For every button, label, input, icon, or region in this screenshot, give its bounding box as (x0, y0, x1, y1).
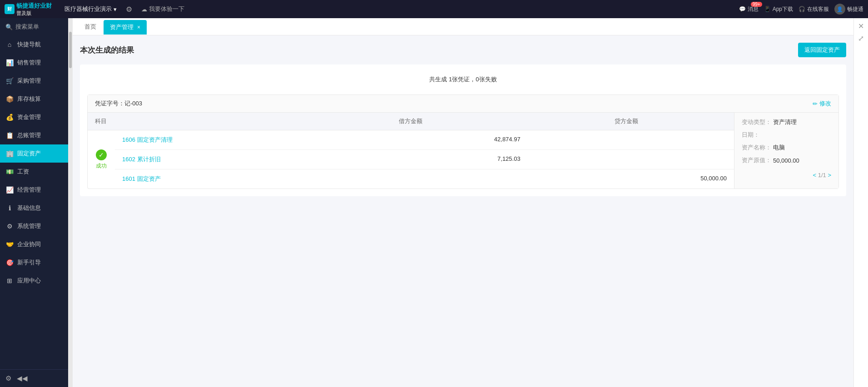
side-info-panel: 变动类型： 资产清理 日期： 资产名称： 电脑 (734, 113, 838, 189)
app-center-icon: ⊞ (5, 277, 14, 285)
app-download-btn[interactable]: 📱 App下载 (764, 5, 793, 13)
table-row: 1606 固定资产清理 42,874.97 (115, 130, 734, 150)
asset-name-value: 电脑 (773, 144, 785, 152)
operations-icon: 📈 (5, 186, 14, 194)
home-icon: ⌂ (5, 40, 14, 49)
credit-cell-2 (528, 150, 734, 169)
table-row-group: ✓ 成功 1606 固定资产清理 42,874.97 (88, 130, 734, 189)
sidebar-item-payroll[interactable]: 💵 工资 (0, 163, 68, 181)
settings-icon[interactable]: ⚙ (126, 5, 132, 14)
sidebar-item-app-center[interactable]: ⊞ 应用中心 (0, 272, 68, 290)
sidebar-item-label: 销售管理 (17, 59, 41, 67)
right-actions: ✕ ⤢ (853, 18, 868, 387)
page-header: 本次生成的结果 返回固定资产 (80, 43, 846, 57)
experience-icon: ☁ (141, 6, 147, 13)
subject-cell-3[interactable]: 1601 固定资产 (115, 169, 321, 189)
sidebar-item-label: 总账管理 (17, 131, 41, 139)
user-menu[interactable]: 👤 畅捷通 (834, 4, 863, 15)
experience-btn[interactable]: ☁ 我要体验一下 (141, 5, 184, 13)
edit-btn[interactable]: ✏ 修改 (813, 99, 831, 108)
enterprise-icon: 🤝 (5, 240, 14, 248)
prev-page-btn[interactable]: < (813, 172, 817, 179)
sidebar-item-label: 新手引导 (17, 258, 41, 267)
company-selector[interactable]: 医疗器械行业演示 ▾ (64, 5, 117, 13)
page-title: 本次生成的结果 (80, 45, 134, 55)
sidebar-item-label: 企业协同 (17, 240, 41, 248)
status-col: ✓ 成功 (88, 130, 115, 189)
asset-name-row: 资产名称： 电脑 (742, 144, 831, 152)
messages-btn[interactable]: 💬 消息 99+ (739, 5, 759, 13)
app-name: 畅捷通好业财 (16, 2, 52, 10)
sidebar-item-label: 应用中心 (17, 277, 41, 285)
main-layout: 🔍 搜索菜单 ⌂ 快捷导航 📊 销售管理 🛒 采购管理 📦 库存核算 💰 (0, 18, 868, 387)
sidebar-item-system[interactable]: ⚙ 系统管理 (0, 217, 68, 235)
system-icon: ⚙ (5, 222, 14, 230)
next-page-btn[interactable]: > (828, 172, 831, 179)
sidebar-item-funds[interactable]: 💰 资金管理 (0, 108, 68, 126)
settings-bottom-icon[interactable]: ⚙ (5, 374, 11, 382)
voucher-header: 凭证字号：记-003 ✏ 修改 (88, 95, 838, 113)
app-logo: 财 畅捷通好业财 普及版 (5, 2, 52, 17)
pagination: < 1/1 > (742, 172, 831, 179)
debit-cell-3 (321, 169, 527, 189)
result-panel: 共生成 1张凭证，0张失败 凭证字号：记-003 ✏ 修改 (80, 64, 846, 196)
table-row: 1601 固定资产 50,000.00 (115, 169, 734, 189)
expand-btn[interactable]: ⤢ (858, 34, 864, 43)
sidebar-item-label: 库存核算 (17, 95, 41, 103)
sidebar-item-guide[interactable]: 🎯 新手引导 (0, 253, 68, 272)
guide-icon: 🎯 (5, 258, 14, 267)
table-header: 科目 借方金额 贷方金额 (88, 113, 734, 130)
voucher-table: 科目 借方金额 贷方金额 ✓ 成功 (88, 113, 734, 189)
sidebar-item-quick-nav[interactable]: ⌂ 快捷导航 (0, 35, 68, 54)
sidebar-item-label: 基础信息 (17, 204, 41, 212)
sidebar-item-label: 工资 (17, 168, 29, 176)
original-value-label: 资产原值： (742, 156, 771, 164)
subject-cell-1[interactable]: 1606 固定资产清理 (115, 130, 321, 149)
sidebar-item-fixed-assets[interactable]: 🏢 固定资产 (0, 144, 68, 163)
sidebar-item-operations[interactable]: 📈 经营管理 (0, 181, 68, 199)
table-row: 1602 累计折旧 7,125.03 (115, 150, 734, 169)
subject-cell-2[interactable]: 1602 累计折旧 (115, 150, 321, 169)
asset-name-label: 资产名称： (742, 144, 771, 152)
debit-cell-1: 42,874.97 (321, 130, 527, 149)
logo-icon: 财 (5, 4, 15, 14)
collapse-icon[interactable]: ◀◀ (17, 374, 28, 382)
sidebar-item-label: 系统管理 (17, 222, 41, 230)
credit-cell-1 (528, 130, 734, 149)
original-value-value: 50,000.00 (773, 157, 799, 164)
sidebar-scrollbar[interactable] (68, 18, 73, 387)
sidebar-item-label: 固定资产 (17, 149, 41, 158)
return-btn[interactable]: 返回固定资产 (798, 43, 846, 57)
fixed-assets-icon: 🏢 (5, 149, 14, 158)
tab-active[interactable]: 资产管理 × (104, 20, 147, 35)
sidebar-item-enterprise[interactable]: 🤝 企业协同 (0, 235, 68, 253)
header-debit: 借方金额 (303, 113, 518, 130)
sidebar-item-inventory[interactable]: 📦 库存核算 (0, 90, 68, 108)
result-summary: 共生成 1张凭证，0张失败 (87, 72, 839, 87)
sidebar-item-sales[interactable]: 📊 销售管理 (0, 54, 68, 72)
voucher-card: 凭证字号：记-003 ✏ 修改 (87, 94, 839, 189)
search-label: 搜索菜单 (15, 23, 39, 31)
online-service-label: 在线客服 (807, 5, 829, 13)
download-icon: 📱 (764, 6, 771, 12)
service-icon: 🎧 (799, 6, 805, 12)
tab-active-label: 资产管理 (110, 23, 134, 31)
messages-badge: 99+ (751, 2, 762, 7)
edit-label: 修改 (819, 99, 831, 108)
original-value-row: 资产原值： 50,000.00 (742, 156, 831, 164)
close-panel-btn[interactable]: ✕ (858, 22, 864, 30)
sidebar-item-ledger[interactable]: 📋 总账管理 (0, 126, 68, 144)
user-name: 畅捷通 (847, 5, 863, 13)
sidebar-item-label: 采购管理 (17, 77, 41, 85)
tab-home[interactable]: 首页 (77, 18, 104, 35)
edit-icon: ✏ (813, 100, 818, 107)
tab-close-btn[interactable]: × (137, 24, 140, 30)
online-service-btn[interactable]: 🎧 在线客服 (799, 5, 829, 13)
sidebar-item-basic-info[interactable]: ℹ 基础信息 (0, 199, 68, 217)
sidebar-scroll-thumb (69, 32, 72, 68)
success-icon: ✓ (96, 149, 107, 160)
sidebar-item-purchase[interactable]: 🛒 采购管理 (0, 72, 68, 90)
change-type-row: 变动类型： 资产清理 (742, 118, 831, 126)
search-menu[interactable]: 🔍 搜索菜单 (0, 18, 68, 35)
company-name: 医疗器械行业演示 (64, 5, 112, 13)
